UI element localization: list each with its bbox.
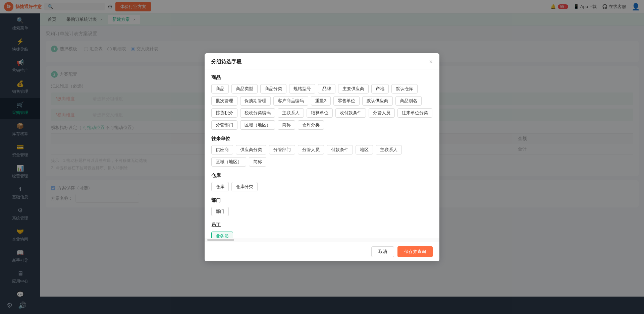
hscroll-thumb [207, 239, 234, 241]
tag-product-type[interactable]: 商品类型 [231, 84, 258, 93]
tag-supplier[interactable]: 供应商 [211, 145, 233, 154]
section-employee: 员工 业务员 [211, 222, 433, 238]
tag-tax-code[interactable]: 税收分类编码 [240, 108, 275, 118]
tag-warehouse-category[interactable]: 仓库分类 [298, 120, 324, 130]
tag-main-supplier[interactable]: 主要供应商 [338, 84, 369, 93]
section-product: 商品 商品 商品类型 商品分类 规格型号 品牌 主要供应商 产地 默认仓库 批次… [211, 75, 433, 130]
tag-department[interactable]: 部门 [211, 207, 229, 216]
tag-default-supplier[interactable]: 默认供应商 [362, 96, 393, 106]
confirm-button[interactable]: 保存并查询 [397, 246, 433, 257]
group-field-dialog: 分组待选字段 × 商品 商品 商品类型 商品分类 规格型号 品牌 主要供应商 产… [205, 53, 439, 261]
dialog-overlay: 分组待选字段 × 商品 商品 商品类型 商品分类 规格型号 品牌 主要供应商 产… [0, 0, 644, 314]
tag-short-name-2[interactable]: 简称 [249, 157, 266, 167]
tag-main-contact-2[interactable]: 主联系人 [376, 145, 402, 154]
tag-pay-terms[interactable]: 收付款条件 [335, 108, 366, 118]
section-warehouse: 仓库 仓库 仓库分类 [211, 173, 433, 191]
tag-batch-mgmt[interactable]: 批次管理 [211, 96, 237, 106]
tag-partner-dept[interactable]: 分管部门 [269, 145, 295, 154]
tag-region[interactable]: 区域（地区） [240, 120, 275, 130]
tag-product-alias[interactable]: 商品别名 [395, 96, 422, 106]
tag-spec-model[interactable]: 规格型号 [289, 84, 315, 93]
section-dept-title: 部门 [211, 197, 433, 203]
section-warehouse-title: 仓库 [211, 173, 433, 179]
cancel-button[interactable]: 取消 [371, 246, 394, 257]
warehouse-tags: 仓库 仓库分类 [211, 182, 433, 191]
section-department: 部门 部门 [211, 197, 433, 216]
dialog-hscroll[interactable] [205, 238, 439, 242]
section-partner: 往来单位 供应商 供应商分类 分管部门 分管人员 付款条件 地区 主联系人 区域… [211, 136, 433, 167]
tag-area[interactable]: 地区 [356, 145, 373, 154]
tag-settle-unit[interactable]: 结算单位 [307, 108, 333, 118]
tag-payment-terms[interactable]: 付款条件 [327, 145, 353, 154]
dialog-header: 分组待选字段 × [205, 53, 439, 69]
dept-tags: 部门 [211, 207, 433, 216]
tag-supplier-category[interactable]: 供应商分类 [236, 145, 266, 154]
dialog-body: 商品 商品 商品类型 商品分类 规格型号 品牌 主要供应商 产地 默认仓库 批次… [205, 69, 439, 238]
tag-default-warehouse[interactable]: 默认仓库 [391, 84, 418, 93]
employee-tags: 业务员 [211, 232, 433, 238]
tag-origin[interactable]: 产地 [371, 84, 389, 93]
dialog-footer: 取消 保存并查询 [205, 242, 439, 261]
tag-weight[interactable]: 重量3 [311, 96, 331, 106]
section-employee-title: 员工 [211, 222, 433, 228]
tag-product-category[interactable]: 商品分类 [260, 84, 286, 93]
tag-product[interactable]: 商品 [211, 84, 229, 93]
tag-region-2[interactable]: 区域（地区） [211, 157, 246, 167]
tag-supervisor[interactable]: 分管人员 [369, 108, 395, 118]
dialog-title: 分组待选字段 [211, 59, 241, 65]
tag-brand[interactable]: 品牌 [318, 84, 335, 93]
tag-short-name[interactable]: 简称 [278, 120, 295, 130]
tag-pick-score[interactable]: 拣货积分 [211, 108, 237, 118]
tag-warehouse[interactable]: 仓库 [211, 182, 229, 191]
tag-warehouse-cat[interactable]: 仓库分类 [231, 182, 258, 191]
product-tags: 商品 商品类型 商品分类 规格型号 品牌 主要供应商 产地 默认仓库 批次管理 … [211, 84, 433, 130]
section-partner-title: 往来单位 [211, 136, 433, 142]
partner-tags: 供应商 供应商分类 分管部门 分管人员 付款条件 地区 主联系人 区域（地区） … [211, 145, 433, 167]
dialog-close-button[interactable]: × [429, 59, 433, 65]
section-product-title: 商品 [211, 75, 433, 81]
tag-salesperson[interactable]: 业务员 [211, 232, 233, 238]
tag-customer-code[interactable]: 客户商品编码 [273, 96, 308, 106]
tag-retail-unit[interactable]: 零售单位 [333, 96, 360, 106]
tag-partner-person[interactable]: 分管人员 [298, 145, 324, 154]
tag-partner-category[interactable]: 往来单位分类 [397, 108, 432, 118]
tag-shelf-life[interactable]: 保质期管理 [240, 96, 271, 106]
tag-dept[interactable]: 分管部门 [211, 120, 237, 130]
tag-main-contact[interactable]: 主联系人 [278, 108, 304, 118]
